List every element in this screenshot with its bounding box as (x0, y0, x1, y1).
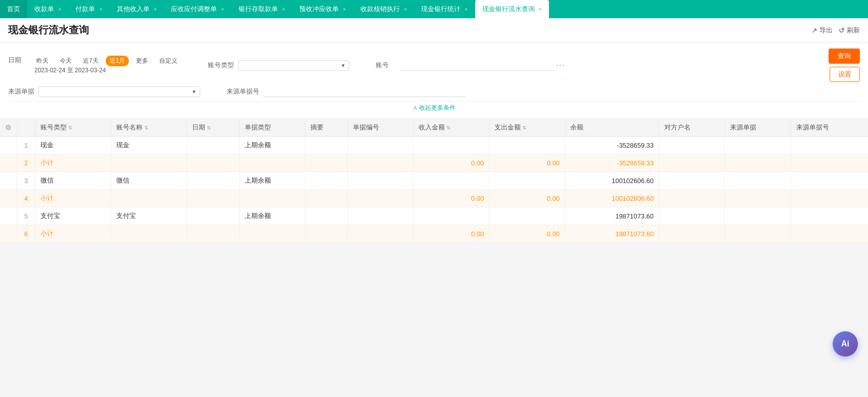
close-icon[interactable]: × (465, 0, 468, 18)
nav-item-other-income[interactable]: 其他收入单 × (110, 0, 164, 18)
column-balance[interactable]: 余额 (565, 119, 659, 137)
date-opt-yesterday[interactable]: 昨天 (32, 56, 53, 66)
cell-source-doc-num (791, 137, 868, 154)
nav-item-adjustment[interactable]: 应收应付调整单 × (164, 0, 231, 18)
cell-num: 5 (17, 207, 35, 225)
date-opt-1month[interactable]: 近1月 (106, 56, 129, 66)
cell-date (187, 137, 239, 154)
collapse-icon: ∧ (413, 104, 419, 111)
date-opt-custom[interactable]: 自定义 (155, 56, 181, 66)
cell-date (187, 207, 239, 225)
cell-source-doc-num (791, 190, 868, 207)
cell-doc-num (347, 154, 413, 172)
cell-account-type: 微信 (35, 172, 111, 190)
cell-num: 2 (17, 154, 35, 172)
close-icon[interactable]: × (99, 0, 102, 18)
cell-account-type: 小计 (35, 154, 111, 172)
column-doc-num[interactable]: 单据编号 (347, 119, 413, 137)
close-icon[interactable]: × (221, 0, 224, 18)
nav-item-advance[interactable]: 预收冲应收单 × (292, 0, 353, 18)
nav-item-stats[interactable]: 现金银行统计 × (414, 0, 475, 18)
page-title: 现金银行流水查询 (8, 23, 89, 37)
table-row: 1现金现金上期余额-3528659.33 (0, 137, 868, 154)
close-icon[interactable]: × (539, 0, 542, 18)
cell-source-doc (725, 154, 791, 172)
column-source-doc[interactable]: 来源单据 (725, 119, 791, 137)
chevron-down-icon: ▾ (193, 89, 196, 95)
query-button[interactable]: 查询 (829, 49, 860, 64)
close-icon[interactable]: × (282, 0, 285, 18)
column-date[interactable]: 日期⇅ (187, 119, 239, 137)
account-type-label: 账号类型 (208, 61, 234, 70)
cell-balance: 100102606.60 (565, 172, 659, 190)
column-settings[interactable]: ⚙ (0, 119, 17, 137)
source-doc-num-label: 来源单据号 (226, 87, 259, 96)
cell-summary (305, 207, 347, 225)
column-income[interactable]: 收入金额⇅ (414, 119, 489, 137)
nav-item-payment[interactable]: 付款单 × (68, 0, 109, 18)
cell-balance: 19871073.60 (565, 207, 659, 225)
close-icon[interactable]: × (58, 0, 61, 18)
nav-item-flow-query[interactable]: 现金银行流水查询 × (475, 0, 549, 18)
nav-item-writeoff[interactable]: 收款核销执行 × (353, 0, 414, 18)
column-account-name[interactable]: 账号名称⇅ (111, 119, 187, 137)
column-summary[interactable]: 摘要 (305, 119, 347, 137)
column-counterparty[interactable]: 对方户名 (659, 119, 725, 137)
cell-source-doc (725, 207, 791, 225)
export-button[interactable]: ↗ 导出 (811, 26, 833, 35)
table-header-row: ⚙ 账号类型⇅ 账号名称⇅ 日期⇅ 单据类型 摘要 (0, 119, 868, 137)
gear-icon[interactable]: ⚙ (5, 123, 12, 131)
cell-counterparty (659, 172, 725, 190)
refresh-button[interactable]: ↺ 刷新 (839, 26, 860, 35)
close-icon[interactable]: × (343, 0, 346, 18)
cell-num: 6 (17, 225, 35, 243)
cell-num: 4 (17, 190, 35, 207)
cell-doc-num (347, 207, 413, 225)
close-icon[interactable]: × (154, 0, 157, 18)
nav-item-home[interactable]: 首页 (0, 0, 27, 18)
source-doc-num-input[interactable] (263, 86, 466, 97)
cell-expense: 0.00 (489, 154, 565, 172)
nav-item-bank-deposit[interactable]: 银行存取款单 × (232, 0, 292, 18)
cell-counterparty (659, 190, 725, 207)
date-opt-today[interactable]: 今天 (56, 56, 76, 66)
close-icon[interactable]: × (404, 0, 407, 18)
column-source-doc-num[interactable]: 来源单据号 (791, 119, 868, 137)
column-doc-type[interactable]: 单据类型 (239, 119, 305, 137)
cell-settings (0, 137, 17, 154)
cell-date (187, 225, 239, 243)
date-opt-7days[interactable]: 近7天 (79, 56, 103, 66)
cell-doc-type: 上期余额 (239, 137, 305, 154)
header-actions: ↗ 导出 ↺ 刷新 (811, 26, 860, 35)
action-buttons: 查询 设置 (829, 49, 860, 82)
date-label: 日期 (8, 56, 28, 65)
nav-item-receipt[interactable]: 收款单 × (27, 0, 68, 18)
cell-source-doc-num (791, 154, 868, 172)
cell-expense (489, 207, 565, 225)
sort-icon: ⇅ (446, 125, 450, 130)
data-table: ⚙ 账号类型⇅ 账号名称⇅ 日期⇅ 单据类型 摘要 (0, 119, 868, 243)
settings-button[interactable]: 设置 (830, 67, 860, 82)
column-account-type[interactable]: 账号类型⇅ (35, 119, 111, 137)
filter-row-date: 日期 昨天 今天 近7天 近1月 更多 自定义 2023-02-24 至 202… (8, 49, 860, 82)
account-input[interactable] (400, 60, 552, 71)
cell-doc-num (347, 190, 413, 207)
cell-settings (0, 190, 17, 207)
cell-source-doc-num (791, 225, 868, 243)
cell-source-doc (725, 225, 791, 243)
cell-income: 0.00 (414, 154, 489, 172)
cell-income: 0.00 (414, 190, 489, 207)
more-options-icon[interactable]: ··· (556, 61, 565, 70)
cell-summary (305, 172, 347, 190)
date-opt-more[interactable]: 更多 (132, 56, 152, 66)
sort-icon: ⇅ (144, 125, 148, 130)
collapse-bar[interactable]: ∧ 收起更多条件 (8, 101, 860, 114)
source-doc-select[interactable]: ▾ (38, 86, 200, 97)
cell-doc-type (239, 154, 305, 172)
column-expense[interactable]: 支出金额⇅ (489, 119, 565, 137)
account-type-select[interactable]: ▾ (238, 60, 349, 71)
page-header: 现金银行流水查询 ↗ 导出 ↺ 刷新 (0, 18, 868, 42)
cell-income (414, 172, 489, 190)
cell-summary (305, 225, 347, 243)
table-row: 5支付宝支付宝上期余额19871073.60 (0, 207, 868, 225)
